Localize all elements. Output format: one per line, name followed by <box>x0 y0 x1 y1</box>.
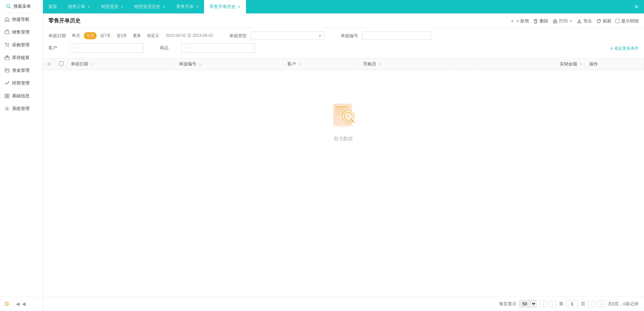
display-cols-checkbox[interactable] <box>615 19 620 23</box>
tab-sales-order[interactable]: 销售订单 ✕ <box>62 0 96 13</box>
th-date[interactable]: 单据日期 ⇅ <box>67 58 176 70</box>
svg-rect-17 <box>554 21 556 22</box>
th-customer-label: 客户 <box>287 61 296 66</box>
filter-area: 单据日期 昨天 今天 近7天 近1月 更多 自定义 2023-06-02 至 2… <box>43 28 644 58</box>
sidebar-item-operations[interactable]: 经营管理 <box>0 77 43 90</box>
sidebar-item-label: 快捷导航 <box>12 16 30 22</box>
date-btn-more[interactable]: 更多 <box>131 32 143 39</box>
basic-icon <box>4 93 10 99</box>
delete-button[interactable]: 删除 <box>533 18 548 24</box>
svg-point-3 <box>6 46 7 47</box>
add-button[interactable]: ＋ + 新增 <box>510 18 529 24</box>
total-info: 共0页，0条记录 <box>608 301 639 307</box>
sidebar-search[interactable]: 搜索采单 <box>0 0 43 13</box>
select-all-checkbox[interactable] <box>59 61 63 66</box>
sidebar-item-inventory[interactable]: 库存核算 <box>0 51 43 64</box>
sidebar-item-sys-mgmt[interactable]: 系统管理 <box>0 102 43 115</box>
home-icon <box>4 16 10 22</box>
sidebar-item-label: 经营管理 <box>12 80 30 86</box>
th-checkbox[interactable] <box>55 58 67 70</box>
tab-sales-return-close[interactable]: ✕ <box>120 5 123 9</box>
content-area: 零售开单历史 ＋ + 新增 删除 打印 ▼ <box>43 13 644 311</box>
th-guide[interactable]: 导购员 ⇅ <box>360 58 452 70</box>
tab-retail-open-close[interactable]: ✕ <box>196 5 199 9</box>
collapse-filter-btn[interactable]: ∧ 收起更多条件 <box>609 44 639 53</box>
tab-sales-return[interactable]: 销货退货 ✕ <box>96 0 129 13</box>
th-date-label: 单据日期 <box>71 61 88 66</box>
table-container: 单据日期 ⇅ 单据编号 ⇅ 客户 ⇅ 导购员 ⇅ <box>43 58 644 296</box>
sidebar-item-label: 系统管理 <box>12 106 30 112</box>
svg-rect-18 <box>554 22 555 22</box>
type-label: 单据类型 <box>229 33 248 39</box>
tab-sales-order-close[interactable]: ✕ <box>87 5 90 9</box>
export-button[interactable]: 导出 <box>577 18 592 24</box>
topbar-close-button[interactable]: ✕ <box>629 0 644 13</box>
sidebar-item-label: 销售管理 <box>12 29 30 35</box>
goods-label: 商品 <box>160 45 179 51</box>
date-sort-icon: ⇅ <box>91 62 93 66</box>
svg-point-4 <box>8 46 9 47</box>
settings-gear-icon[interactable]: ⚙ <box>4 300 9 308</box>
customer-sort-icon: ⇅ <box>298 62 301 66</box>
tab-sales-return-history-label: 销货退货历史 <box>134 4 160 10</box>
svg-rect-7 <box>6 56 8 56</box>
page-header: 零售开单历史 ＋ + 新增 删除 打印 ▼ <box>43 13 644 28</box>
refresh-button[interactable]: 刷新 <box>596 18 611 24</box>
tab-retail-open-history-label: 零售开单历史 <box>209 4 236 10</box>
date-range-display: 2023-06-02 至 2023-06-02 <box>165 33 213 39</box>
per-page-select[interactable]: 50 10 20 100 <box>519 300 537 308</box>
empty-text: 暂无数据 <box>334 136 353 142</box>
topbar: 首页 销售订单 ✕ 销货退货 ✕ 销货退货历史 ✕ 零售开单 ✕ 零售开单历史 … <box>43 0 644 13</box>
svg-rect-24 <box>335 109 345 110</box>
sidebar-item-basic-info[interactable]: 基础信息 <box>0 90 43 102</box>
date-btn-7days[interactable]: 近7天 <box>98 32 113 39</box>
search-icon <box>6 4 11 9</box>
inventory-icon <box>4 55 10 61</box>
next-page-btn[interactable]: › <box>588 301 595 307</box>
finance-icon <box>4 67 10 73</box>
svg-rect-23 <box>335 106 348 108</box>
type-select[interactable] <box>251 32 325 40</box>
page-number-input[interactable] <box>566 300 578 307</box>
type-select-wrapper: ▼ <box>251 32 325 40</box>
date-btn-custom[interactable]: 自定义 <box>145 32 161 39</box>
sidebar-item-purchase-mgmt[interactable]: 采购管理 <box>0 39 43 51</box>
table-settings-icon[interactable] <box>46 61 52 66</box>
collapse-sidebar-icon[interactable]: ◄◄ <box>15 301 27 308</box>
svg-rect-14 <box>7 96 9 98</box>
amount-sort-icon: ⇅ <box>580 62 582 66</box>
goods-input[interactable]: ··· <box>181 43 255 53</box>
number-input[interactable] <box>362 32 431 40</box>
tab-retail-open-label: 零售开单 <box>176 4 194 10</box>
tab-home[interactable]: 首页 <box>43 0 62 13</box>
sidebar-item-quick-nav[interactable]: 快捷导航 <box>0 13 43 26</box>
tab-sales-return-history-close[interactable]: ✕ <box>162 5 165 9</box>
th-action-label: 操作 <box>589 61 598 66</box>
tab-retail-open[interactable]: 零售开单 ✕ <box>171 0 204 13</box>
date-btn-today[interactable]: 今天 <box>84 32 97 39</box>
date-btn-yesterday[interactable]: 昨天 <box>70 32 83 39</box>
purchase-icon <box>4 42 10 48</box>
sys-icon <box>4 106 10 112</box>
date-btn-1month[interactable]: 近1月 <box>114 32 130 39</box>
tab-sales-return-history[interactable]: 销货退货历史 ✕ <box>129 0 171 13</box>
tab-sales-order-label: 销售订单 <box>68 4 85 10</box>
display-cols-toggle[interactable]: 显示明细 <box>615 18 639 24</box>
last-page-btn[interactable]: » <box>597 301 605 307</box>
date-shortcuts: 昨天 今天 近7天 近1月 更多 自定义 <box>70 32 161 39</box>
sidebar-item-label: 库存核算 <box>12 55 30 61</box>
th-settings[interactable] <box>43 58 55 70</box>
first-page-btn[interactable]: « <box>539 301 547 307</box>
print-button[interactable]: 打印 ▼ <box>552 18 573 24</box>
prev-page-btn[interactable]: ‹ <box>550 301 556 307</box>
pagination-bar: 每页显示 50 10 20 100 « ‹ 第 页 › » 共0页，0条记录 <box>43 296 644 311</box>
empty-row: 暂无数据 <box>43 70 644 169</box>
sidebar-item-finance[interactable]: 资金管理 <box>0 64 43 77</box>
tab-retail-open-history-close[interactable]: ✕ <box>238 5 241 9</box>
customer-input[interactable]: ··· <box>70 43 144 53</box>
th-customer[interactable]: 客户 ⇅ <box>284 58 360 70</box>
sidebar-item-sales-mgmt[interactable]: 销售管理 <box>0 26 43 39</box>
th-number[interactable]: 单据编号 ⇅ <box>176 58 284 70</box>
tab-retail-open-history[interactable]: 零售开单历史 ✕ <box>204 0 246 13</box>
th-amount[interactable]: 实销金额 ⇅ <box>478 58 586 70</box>
